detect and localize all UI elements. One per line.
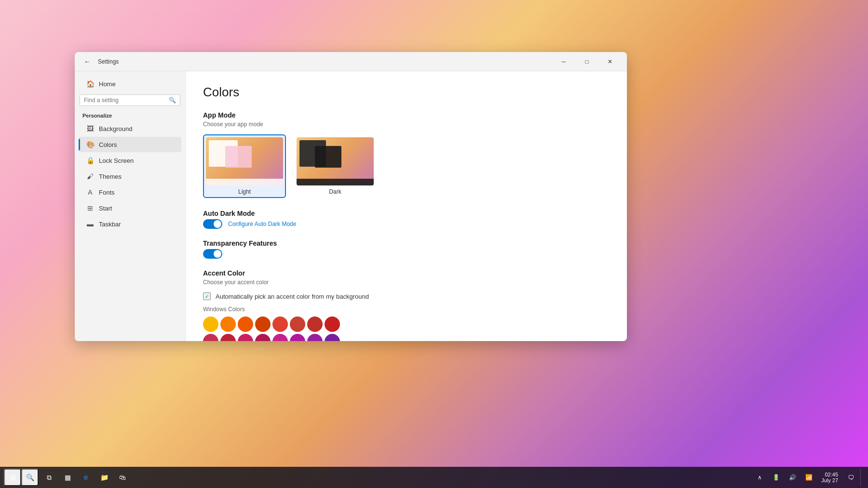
preview-dark-window-2 xyxy=(315,146,341,168)
main-content: Colors App Mode Choose your app mode Lig… xyxy=(186,71,627,341)
show-desktop-button[interactable] xyxy=(860,469,864,486)
start-button[interactable]: ⊞ xyxy=(4,469,21,486)
window-body: 🏠 Home 🔍 Personalize 🖼 Background 🎨 Colo… xyxy=(75,71,627,341)
auto-dark-mode-section: Auto Dark Mode Configure Auto Dark Mode xyxy=(203,210,610,229)
sidebar-item-themes[interactable]: 🖌 Themes xyxy=(79,169,181,184)
transparency-toggle[interactable] xyxy=(203,249,222,259)
light-mode-preview xyxy=(206,137,283,185)
network-icon[interactable]: 📶 xyxy=(802,471,815,484)
swatch-yellow[interactable] xyxy=(203,317,218,332)
page-title: Colors xyxy=(203,85,610,100)
auto-dark-mode-title: Auto Dark Mode xyxy=(203,210,610,217)
swatch-orange[interactable] xyxy=(220,317,236,332)
taskbar-clock[interactable]: 02:45 July 27 xyxy=(818,472,841,483)
task-view-icon[interactable]: ⧉ xyxy=(41,469,58,486)
sidebar-item-label: Colors xyxy=(99,141,117,148)
app-mode-title: App Mode xyxy=(203,111,610,119)
sidebar-item-colors[interactable]: 🎨 Colors xyxy=(79,137,181,152)
auto-pick-label: Automatically pick an accent color from … xyxy=(216,293,369,300)
windows-colors-label: Windows Colors xyxy=(203,306,610,313)
edge-icon[interactable]: e xyxy=(77,469,95,486)
themes-icon: 🖌 xyxy=(86,172,94,180)
colors-icon: 🎨 xyxy=(86,141,94,148)
swatch-purple1[interactable] xyxy=(307,334,323,341)
maximize-button[interactable]: □ xyxy=(576,54,598,69)
dark-mode-label: Dark xyxy=(329,188,341,195)
auto-pick-checkbox[interactable]: ✓ xyxy=(203,292,211,300)
app-mode-section: App Mode Choose your app mode Light xyxy=(203,111,610,198)
swatch-pink[interactable] xyxy=(272,334,288,341)
window-title: Settings xyxy=(98,58,119,65)
start-icon: ⊞ xyxy=(86,204,94,212)
sidebar-home-label: Home xyxy=(99,80,116,88)
notification-icon[interactable]: 🗨 xyxy=(844,471,857,484)
sidebar-item-fonts[interactable]: A Fonts xyxy=(79,185,181,200)
swatches-row-1 xyxy=(203,317,610,332)
sidebar-item-label: Themes xyxy=(99,173,122,180)
swatch-red3[interactable] xyxy=(307,317,323,332)
sidebar-item-taskbar[interactable]: ▬ Taskbar xyxy=(79,216,181,232)
swatch-purple2[interactable] xyxy=(325,334,340,341)
swatch-violet[interactable] xyxy=(290,334,305,341)
auto-dark-toggle-row: Configure Auto Dark Mode xyxy=(203,219,610,229)
fonts-icon: A xyxy=(86,188,94,196)
minimize-button[interactable]: ─ xyxy=(553,54,575,69)
swatch-rust[interactable] xyxy=(255,317,271,332)
swatch-magenta[interactable] xyxy=(255,334,271,341)
background-icon: 🖼 xyxy=(86,125,94,132)
sidebar: 🏠 Home 🔍 Personalize 🖼 Background 🎨 Colo… xyxy=(75,71,186,341)
preview-window-mock-2 xyxy=(225,146,252,168)
swatch-darkorange[interactable] xyxy=(238,317,253,332)
sidebar-item-home[interactable]: 🏠 Home xyxy=(79,76,181,92)
transparency-section: Transparency Features xyxy=(203,239,610,259)
close-button[interactable]: ✕ xyxy=(599,54,621,69)
sidebar-item-label: Background xyxy=(99,125,132,132)
sidebar-item-label: Fonts xyxy=(99,189,115,196)
preview-dark-taskbar xyxy=(297,179,374,185)
swatch-crimson[interactable] xyxy=(220,334,236,341)
auto-pick-checkbox-row: ✓ Automatically pick an accent color fro… xyxy=(203,292,610,300)
accent-color-section: Accent Color Choose your accent color ✓ … xyxy=(203,269,610,341)
taskbar-right: ∧ 🔋 🔊 📶 02:45 July 27 🗨 xyxy=(753,469,864,486)
dark-mode-card[interactable]: Dark xyxy=(294,134,377,198)
swatch-terracotta[interactable] xyxy=(272,317,288,332)
swatch-rose[interactable] xyxy=(203,334,218,341)
title-bar: ← Settings ─ □ ✕ xyxy=(75,52,627,71)
chevron-up-icon[interactable]: ∧ xyxy=(753,471,766,484)
search-input[interactable] xyxy=(84,97,169,104)
swatch-red4[interactable] xyxy=(325,317,340,332)
search-box[interactable]: 🔍 xyxy=(80,94,180,106)
taskbar-app-icons: ⧉ ▦ e 📁 🛍 xyxy=(41,469,131,486)
window-controls: ─ □ ✕ xyxy=(553,54,621,69)
auto-dark-toggle[interactable] xyxy=(203,219,222,229)
sidebar-item-label: Start xyxy=(99,205,112,212)
settings-window: ← Settings ─ □ ✕ 🏠 Home 🔍 Personalize 🖼 … xyxy=(75,52,627,341)
volume-icon[interactable]: 🔊 xyxy=(786,471,799,484)
app-mode-subtitle: Choose your app mode xyxy=(203,121,610,128)
accent-color-title: Accent Color xyxy=(203,269,610,277)
back-button[interactable]: ← xyxy=(81,55,94,68)
battery-icon[interactable]: 🔋 xyxy=(769,471,783,484)
explorer-icon[interactable]: 📁 xyxy=(95,469,113,486)
transparency-toggle-row xyxy=(203,249,610,259)
sidebar-section-label: Personalize xyxy=(75,111,185,120)
preview-taskbar-mock xyxy=(206,179,283,185)
clock-time: 02:45 xyxy=(825,472,838,477)
widgets-icon[interactable]: ▦ xyxy=(59,469,76,486)
sidebar-item-start[interactable]: ⊞ Start xyxy=(79,200,181,216)
store-icon[interactable]: 🛍 xyxy=(114,469,131,486)
light-mode-card[interactable]: Light xyxy=(203,134,286,198)
swatch-red2[interactable] xyxy=(290,317,305,332)
sidebar-item-background[interactable]: 🖼 Background xyxy=(79,121,181,136)
search-icon[interactable]: 🔍 xyxy=(169,97,176,104)
configure-auto-dark-link[interactable]: Configure Auto Dark Mode xyxy=(228,221,296,227)
sidebar-item-lock-screen[interactable]: 🔒 Lock Screen xyxy=(79,153,181,168)
home-icon: 🏠 xyxy=(86,80,94,88)
swatch-hotpink[interactable] xyxy=(238,334,253,341)
light-mode-label: Light xyxy=(238,188,251,195)
lock-icon: 🔒 xyxy=(86,157,94,164)
swatches-row-2 xyxy=(203,334,610,341)
taskbar-search-button[interactable]: 🔍 xyxy=(21,469,39,486)
mode-cards: Light Dark xyxy=(203,134,610,198)
transparency-title: Transparency Features xyxy=(203,239,610,247)
